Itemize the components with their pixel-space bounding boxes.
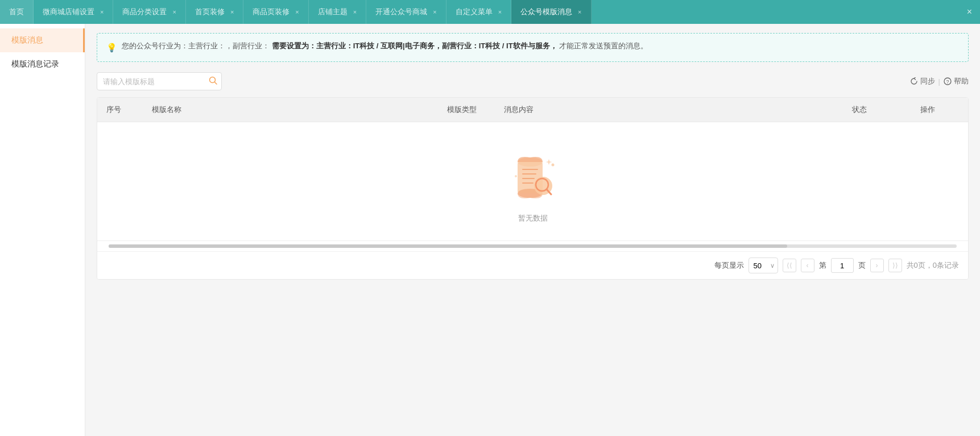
svg-text:?: ? — [946, 79, 949, 85]
search-input-wrap — [97, 72, 222, 90]
sidebar-item-template-msg-records[interactable]: 模版消息记录 — [0, 52, 85, 76]
nav-tab-home-decoration[interactable]: 首页装修× — [186, 0, 243, 24]
top-navigation: 首页微商城店铺设置×商品分类设置×首页装修×商品页装修×店铺主题×开通公众号商城… — [0, 0, 980, 24]
nav-tab-close[interactable]: × — [578, 9, 581, 15]
page-label: 第 — [819, 260, 826, 271]
sidebar: 模版消息模版消息记录 — [0, 24, 85, 436]
table-col-index: 序号 — [97, 98, 143, 122]
nav-tab-home[interactable]: 首页 — [0, 0, 34, 24]
toolbar-divider: | — [938, 77, 940, 86]
data-table: 序号模版名称模版类型消息内容状态操作 — [97, 98, 968, 240]
nav-tab-shop-settings[interactable]: 微商城店铺设置× — [34, 0, 113, 24]
svg-point-15 — [515, 175, 517, 177]
table-col-action: 操作 — [911, 98, 968, 122]
nav-tab-close[interactable]: × — [295, 9, 299, 15]
nav-tab-close[interactable]: × — [498, 9, 502, 15]
table-header: 序号模版名称模版类型消息内容状态操作 — [97, 98, 968, 122]
empty-illustration — [499, 145, 567, 213]
nav-tab-label: 微商城店铺设置 — [43, 7, 94, 17]
notice-icon: 💡 — [106, 41, 117, 55]
fake-scrollbar[interactable] — [109, 244, 957, 248]
nav-tab-label: 首页 — [9, 7, 24, 17]
svg-line-1 — [215, 82, 217, 85]
page-suffix: 页 — [858, 260, 866, 271]
sync-label: 同步 — [920, 76, 935, 86]
svg-point-14 — [551, 164, 554, 167]
nav-tab-close[interactable]: × — [433, 9, 436, 15]
nav-tab-template-msg[interactable]: 公众号模版消息× — [511, 0, 591, 24]
nav-tab-label: 店铺主题 — [318, 7, 348, 17]
main-layout: 模版消息模版消息记录 💡 您的公众号行业为：主营行业：，副营行业： 需要设置为：… — [0, 24, 980, 436]
nav-tab-label: 自定义菜单 — [456, 7, 493, 17]
page-size-wrap: 102050100 ∨ — [749, 258, 778, 273]
notice-box: 💡 您的公众号行业为：主营行业：，副营行业： 需要设置为：主营行业：IT科技 /… — [97, 33, 969, 62]
total-info: 共0页，0条记录 — [907, 260, 959, 271]
prev-page-button[interactable]: ‹ — [801, 259, 814, 272]
page-size-select[interactable]: 102050100 — [749, 258, 778, 273]
scrollbar-thumb[interactable] — [109, 244, 787, 248]
close-all-button[interactable]: × — [959, 0, 980, 24]
notice-text: 您的公众号行业为：主营行业：，副营行业： 需要设置为：主营行业：IT科技 / 互… — [122, 40, 648, 52]
table-col-content: 消息内容 — [495, 98, 843, 122]
help-label: 帮助 — [954, 76, 969, 86]
table-col-status: 状态 — [843, 98, 911, 122]
help-button[interactable]: ? 帮助 — [944, 76, 969, 86]
table-body: 暂无数据 — [97, 122, 968, 241]
nav-tab-label: 公众号模版消息 — [520, 7, 572, 17]
nav-tab-close[interactable]: × — [172, 9, 176, 15]
content-area: 💡 您的公众号行业为：主营行业：，副营行业： 需要设置为：主营行业：IT科技 /… — [85, 24, 980, 436]
empty-state: 暂无数据 — [97, 122, 968, 240]
first-page-button[interactable]: ⟨⟨ — [783, 259, 796, 272]
next-page-button[interactable]: › — [870, 259, 884, 272]
nav-tab-label: 商品页装修 — [253, 7, 290, 17]
table-col-name: 模版名称 — [143, 98, 438, 122]
nav-tab-label: 首页装修 — [195, 7, 225, 17]
table-container: 序号模版名称模版类型消息内容状态操作 — [97, 97, 969, 280]
search-bar: 同步 | ? 帮助 — [97, 72, 969, 90]
sync-button[interactable]: 同步 — [910, 76, 935, 86]
nav-tab-label: 商品分类设置 — [122, 7, 167, 17]
nav-tab-category-settings[interactable]: 商品分类设置× — [113, 0, 185, 24]
sidebar-item-template-msg[interactable]: 模版消息 — [0, 28, 85, 52]
nav-tab-shop-theme[interactable]: 店铺主题× — [309, 0, 366, 24]
nav-tab-product-decoration[interactable]: 商品页装修× — [243, 0, 308, 24]
nav-tab-open-mall[interactable]: 开通公众号商城× — [366, 0, 446, 24]
nav-tab-close[interactable]: × — [230, 9, 234, 15]
last-page-button[interactable]: ⟩⟩ — [888, 259, 902, 272]
notice-highlight: 需要设置为：主营行业：IT科技 / 互联网|电子商务，副营行业：IT科技 / I… — [272, 41, 557, 50]
nav-tab-custom-menu[interactable]: 自定义菜单× — [446, 0, 511, 24]
table-col-type: 模版类型 — [438, 98, 495, 122]
empty-text: 暂无数据 — [518, 213, 548, 223]
search-input[interactable] — [97, 72, 222, 90]
scrollbar-area — [97, 240, 968, 251]
toolbar-right: 同步 | ? 帮助 — [910, 76, 969, 86]
nav-tab-label: 开通公众号商城 — [375, 7, 427, 17]
search-button[interactable] — [209, 76, 217, 86]
pagination-bar: 每页显示 102050100 ∨ ⟨⟨ ‹ 第 页 › ⟩⟩ 共0页，0条记录 — [97, 251, 968, 279]
nav-tab-close[interactable]: × — [353, 9, 357, 15]
nav-tab-close[interactable]: × — [100, 9, 104, 15]
page-input[interactable] — [831, 258, 854, 273]
page-size-label: 每页显示 — [714, 260, 744, 271]
